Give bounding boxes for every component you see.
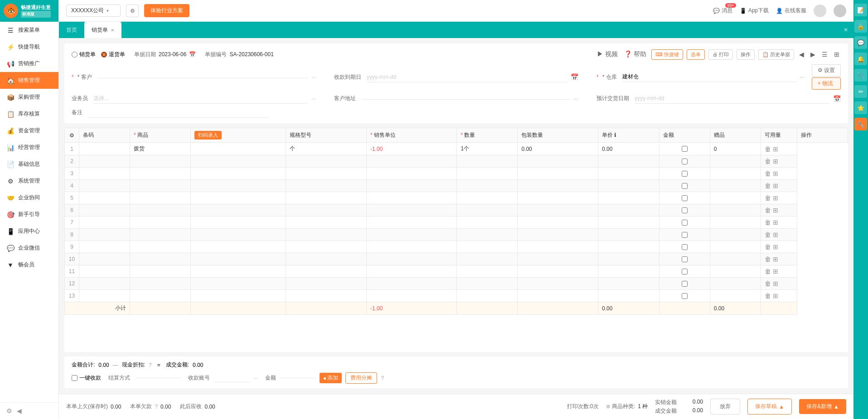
account-input[interactable] <box>213 374 250 382</box>
row-unit-price[interactable]: 0.00 <box>518 143 598 155</box>
due-date-input[interactable] <box>367 72 567 82</box>
select-order-button[interactable]: 选单 <box>687 49 705 60</box>
row-spec[interactable] <box>190 192 286 204</box>
row-product[interactable] <box>130 204 191 217</box>
tab-home[interactable]: 首页 <box>59 22 84 38</box>
row-amount[interactable] <box>598 290 659 302</box>
row-gift[interactable] <box>659 204 710 217</box>
settings-button[interactable]: ⚙ <box>126 5 139 17</box>
sidebar-item-wechat[interactable]: 💬 企业微信 <box>0 240 58 256</box>
row-gift[interactable] <box>659 168 710 180</box>
tab-close-all[interactable]: ✕ <box>838 22 853 38</box>
row-unit-price[interactable] <box>518 229 598 241</box>
row-amount[interactable] <box>598 253 659 265</box>
row-pkg-qty[interactable] <box>457 180 518 192</box>
row-unit-price[interactable] <box>518 241 598 253</box>
sidebar-item-system[interactable]: ⚙ 系统管理 <box>0 173 58 189</box>
copy-icon[interactable]: ⊞ <box>773 182 778 189</box>
row-qty[interactable] <box>366 253 457 265</box>
row-spec[interactable] <box>190 229 286 241</box>
gift-checkbox[interactable] <box>682 146 688 152</box>
expected-date-calendar-icon[interactable]: 📅 <box>833 95 841 102</box>
gift-checkbox[interactable] <box>682 293 688 299</box>
one-click-pay-input[interactable] <box>72 375 78 381</box>
row-unit[interactable] <box>286 192 367 204</box>
row-spec[interactable] <box>190 168 286 180</box>
row-barcode[interactable] <box>79 180 130 192</box>
row-amount[interactable] <box>598 192 659 204</box>
sidebar-item-appcenter[interactable]: 📱 应用中心 <box>0 223 58 240</box>
gift-checkbox[interactable] <box>682 244 688 250</box>
row-amount[interactable] <box>598 241 659 253</box>
copy-icon[interactable]: ⊞ <box>773 292 778 299</box>
row-pkg-qty[interactable] <box>457 229 518 241</box>
row-unit[interactable] <box>286 265 367 278</box>
row-gift[interactable] <box>659 265 710 278</box>
prev-icon[interactable]: ◀ <box>798 49 805 59</box>
delete-icon[interactable]: 🗑 <box>765 255 771 263</box>
rp-bell-icon[interactable]: 🔔 <box>854 53 867 65</box>
row-pkg-qty[interactable] <box>457 278 518 290</box>
user-avatar[interactable] <box>814 5 826 17</box>
row-product[interactable] <box>130 253 191 265</box>
row-pkg-qty[interactable] <box>457 155 518 168</box>
row-barcode[interactable] <box>79 241 130 253</box>
row-pkg-qty[interactable] <box>457 204 518 217</box>
row-product[interactable] <box>130 229 191 241</box>
row-gift[interactable] <box>659 143 710 155</box>
next-icon[interactable]: ▶ <box>809 49 817 59</box>
warehouse-value[interactable]: 建材仓 <box>622 72 796 82</box>
row-qty[interactable] <box>366 192 457 204</box>
row-product[interactable] <box>130 155 191 168</box>
rp-lock-icon[interactable]: 🔒 <box>854 20 867 33</box>
row-qty[interactable] <box>366 278 457 290</box>
row-gift[interactable] <box>659 278 710 290</box>
row-pkg-qty[interactable] <box>457 168 518 180</box>
row-unit[interactable] <box>286 278 367 290</box>
sidebar-item-basic[interactable]: 📄 基础信息 <box>0 156 58 173</box>
row-amount[interactable]: 0.00 <box>598 143 659 155</box>
copy-icon[interactable]: ⊞ <box>773 194 778 202</box>
row-amount[interactable] <box>598 168 659 180</box>
row-unit-price[interactable] <box>518 192 598 204</box>
row-barcode[interactable] <box>79 229 130 241</box>
row-pkg-qty[interactable] <box>457 241 518 253</box>
row-barcode[interactable] <box>79 265 130 278</box>
rp-pencil-icon[interactable]: ✏ <box>854 85 867 98</box>
row-qty[interactable] <box>366 204 457 217</box>
row-unit-price[interactable] <box>518 155 598 168</box>
row-amount[interactable] <box>598 217 659 229</box>
delete-icon[interactable]: 🗑 <box>765 243 771 250</box>
row-gift[interactable] <box>659 180 710 192</box>
row-unit[interactable] <box>286 204 367 217</box>
row-qty[interactable]: -1.00 <box>366 143 457 155</box>
logistics-button[interactable]: + 物流 <box>812 77 841 90</box>
sidebar-item-marketing[interactable]: 📢 营销推广 <box>0 55 58 72</box>
row-unit-price[interactable] <box>518 253 598 265</box>
copy-icon[interactable]: ⊞ <box>773 207 778 214</box>
row-gift[interactable] <box>659 241 710 253</box>
row-gift[interactable] <box>659 229 710 241</box>
delete-icon[interactable]: 🗑 <box>765 158 771 165</box>
date-calendar-icon[interactable]: 📅 <box>189 51 196 58</box>
row-product[interactable] <box>130 290 191 302</box>
sidebar-item-quicknav[interactable]: ⚡ 快捷导航 <box>0 39 58 55</box>
row-unit[interactable] <box>286 253 367 265</box>
print-button[interactable]: 🖨 打印 <box>708 49 733 60</box>
settings-icon[interactable]: ⚙ <box>6 407 12 414</box>
salesperson-input[interactable] <box>93 93 308 104</box>
row-amount[interactable] <box>598 229 659 241</box>
copy-icon[interactable]: ⊞ <box>773 145 778 153</box>
row-product[interactable] <box>130 217 191 229</box>
row-product[interactable] <box>130 278 191 290</box>
total-owe-help-icon[interactable]: ? <box>155 404 158 410</box>
online-service-button[interactable]: 👤 在线客服 <box>776 7 806 14</box>
rp-orange-icon[interactable]: 🔧 <box>854 118 867 130</box>
gift-checkbox[interactable] <box>682 195 688 201</box>
row-pkg-qty[interactable] <box>457 217 518 229</box>
row-unit-price[interactable] <box>518 290 598 302</box>
row-qty[interactable] <box>366 168 457 180</box>
salesperson-more-icon[interactable]: ··· <box>311 96 316 102</box>
row-pkg-qty[interactable] <box>457 253 518 265</box>
row-unit-price[interactable] <box>518 278 598 290</box>
